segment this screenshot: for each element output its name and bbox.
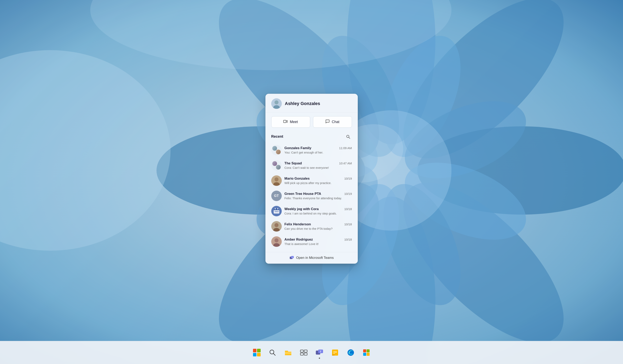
svg-point-28 (274, 177, 278, 181)
taskbar-taskview-button[interactable] (297, 345, 311, 360)
chat-preview-6: Can you drive me to the PTA today? (285, 227, 352, 230)
sticky-icon (331, 349, 339, 356)
chat-avatar-3 (271, 175, 282, 186)
svg-rect-34 (275, 211, 276, 212)
chat-name-5: Weekly jog with Cora (285, 207, 319, 211)
teams-logo-icon: T (289, 255, 294, 260)
chat-avatar-4: GT (271, 191, 282, 201)
chat-avatar-5 (271, 206, 282, 216)
chat-item[interactable]: Mario Gonzales 10/19 Will pick up pizza … (268, 173, 356, 188)
meet-icon (283, 119, 288, 125)
svg-text:T: T (292, 257, 293, 258)
chat-avatar-2 (271, 160, 282, 171)
search-button[interactable] (344, 133, 352, 140)
folder-icon (284, 349, 292, 356)
taskbar-teams-button[interactable]: T (312, 345, 326, 360)
chat-name-3: Mario Gonzales (285, 176, 310, 180)
meet-label: Meet (290, 120, 298, 124)
chat-content-7: Amber Rodriguez 10/18 That is awesome! L… (285, 237, 352, 245)
user-avatar (271, 98, 282, 109)
chat-preview-5: Cora: I am so behind on my step goals. (285, 212, 352, 215)
svg-rect-32 (275, 208, 275, 209)
chat-content-2: The Squad 10:47 AM Cora: Can't wait to s… (285, 161, 352, 169)
svg-rect-33 (277, 208, 278, 209)
svg-rect-63 (367, 353, 370, 356)
chat-item[interactable]: GT Green Tree House PTA 10/19 Felix: Tha… (268, 188, 356, 203)
store-icon (363, 349, 370, 356)
chat-item[interactable]: Amber Rodriguez 10/18 That is awesome! L… (268, 234, 356, 249)
svg-point-22 (274, 100, 278, 104)
svg-rect-31 (274, 209, 279, 210)
chat-preview-4: Felix: Thanks everyone for attending tod… (285, 196, 352, 200)
chat-content-6: Felix Henderson 10/18 Can you drive me t… (285, 222, 352, 230)
taskbar-search-button[interactable] (266, 345, 280, 360)
chat-avatar-7 (271, 236, 282, 247)
chat-time-4: 10/19 (344, 192, 352, 195)
chat-content-3: Mario Gonzales 10/19 Will pick up pizza … (285, 176, 352, 185)
svg-rect-50 (300, 353, 303, 355)
svg-rect-61 (367, 349, 370, 352)
chat-name-1: Gonzales Family (285, 146, 312, 150)
chat-item[interactable]: Gonzales Family 11:09 AM You: Can't get … (268, 142, 356, 158)
chat-icon (325, 119, 330, 125)
svg-rect-24 (284, 120, 286, 123)
chat-item[interactable]: The Squad 10:47 AM Cora: Can't wait to s… (268, 158, 356, 173)
flyout-header: Ashley Gonzales (266, 94, 357, 112)
taskbar-start-button[interactable] (250, 345, 264, 360)
chat-item[interactable]: Weekly jog with Cora 10/18 Cora: I am so… (268, 203, 356, 219)
svg-rect-60 (363, 349, 366, 352)
svg-text:T: T (320, 350, 321, 353)
taskbar-edge-button[interactable] (344, 345, 358, 360)
chat-time-6: 10/18 (344, 222, 352, 226)
chat-item[interactable]: Felix Henderson 10/18 Can you drive me t… (268, 219, 356, 234)
chat-preview-2: Cora: Can't wait to see everyone! (285, 166, 352, 169)
open-teams-label: Open in Microsoft Teams (296, 256, 334, 260)
chat-time-5: 10/18 (344, 207, 352, 211)
chat-time-3: 10/19 (344, 177, 352, 180)
open-teams-footer[interactable]: T Open in Microsoft Teams (266, 252, 357, 263)
chat-content-5: Weekly jog with Cora 10/18 Cora: I am so… (285, 207, 352, 215)
edge-icon (347, 349, 355, 356)
chat-time-2: 10:47 AM (339, 161, 352, 165)
chat-content-4: Green Tree House PTA 10/19 Felix: Thanks… (285, 192, 352, 200)
user-name: Ashley Gonzales (285, 101, 320, 106)
chat-name-7: Amber Rodriguez (285, 237, 313, 241)
svg-rect-62 (363, 353, 366, 356)
chat-name-2: The Squad (285, 161, 302, 165)
chat-preview-7: That is awesome! Love it! (285, 242, 352, 245)
svg-point-38 (274, 223, 278, 227)
recent-header: Recent (266, 131, 357, 142)
teams-flyout: Ashley Gonzales Meet Chat Rec (266, 94, 358, 263)
teams-icon: T (315, 349, 323, 357)
taskbar-explorer-button[interactable] (281, 345, 295, 360)
svg-point-41 (274, 238, 278, 242)
flyout-actions: Meet Chat (266, 112, 357, 131)
chat-time-1: 11:09 AM (339, 146, 352, 150)
taskbar: T (0, 341, 623, 364)
svg-line-26 (349, 137, 350, 138)
chat-time-7: 10/18 (344, 238, 352, 241)
chat-name-6: Felix Henderson (285, 222, 311, 226)
search-icon (269, 349, 276, 356)
svg-line-47 (273, 353, 275, 355)
svg-point-59 (348, 349, 354, 356)
chat-content-1: Gonzales Family 11:09 AM You: Can't get … (285, 146, 352, 154)
chat-label: Chat (332, 120, 339, 124)
svg-rect-51 (304, 353, 307, 355)
windows-logo-icon (253, 349, 261, 356)
taskbar-store-button[interactable] (359, 345, 373, 360)
chat-avatar-1 (271, 145, 282, 155)
chat-list: Gonzales Family 11:09 AM You: Can't get … (266, 142, 357, 252)
taskview-icon (300, 349, 308, 356)
meet-button[interactable]: Meet (271, 116, 310, 128)
chat-name-4: Green Tree House PTA (285, 192, 321, 196)
svg-rect-35 (276, 211, 277, 212)
svg-rect-36 (277, 211, 278, 212)
active-indicator (319, 358, 320, 359)
chat-button[interactable]: Chat (313, 116, 352, 128)
svg-rect-48 (300, 350, 303, 352)
taskbar-sticky-button[interactable] (328, 345, 342, 360)
chat-preview-1: You: Can't get enough of her. (285, 150, 352, 154)
svg-rect-49 (304, 350, 307, 352)
recent-title: Recent (271, 135, 283, 139)
